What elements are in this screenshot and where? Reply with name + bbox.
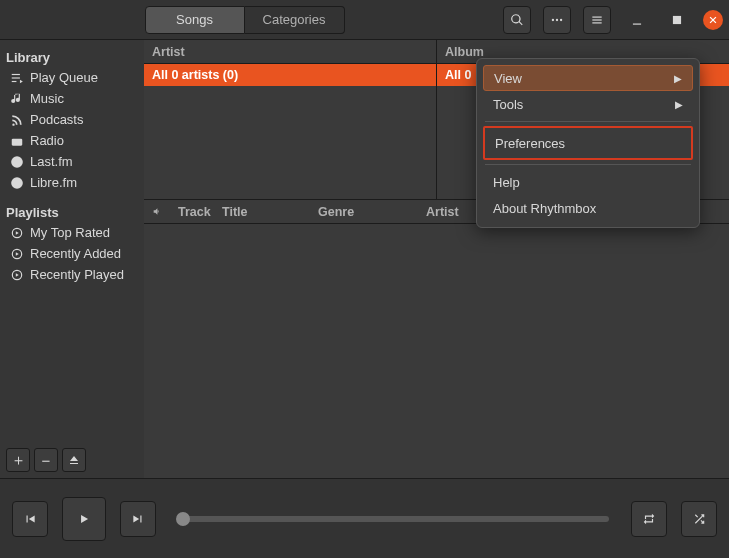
window-maximize[interactable] bbox=[663, 6, 691, 34]
menu-item-view[interactable]: View ▶ bbox=[483, 65, 693, 91]
repeat-icon bbox=[642, 512, 656, 526]
svg-rect-9 bbox=[12, 77, 20, 78]
svg-rect-4 bbox=[592, 19, 601, 20]
menu-label: Tools bbox=[493, 97, 523, 112]
sidebar-item-music[interactable]: Music bbox=[0, 88, 144, 109]
window-close[interactable] bbox=[703, 10, 723, 30]
remove-playlist-button[interactable]: − bbox=[34, 448, 58, 472]
hamburger-icon bbox=[590, 13, 604, 27]
sidebar-item-label: Recently Added bbox=[30, 246, 121, 261]
minimize-icon bbox=[630, 13, 644, 27]
menu-item-help[interactable]: Help bbox=[483, 169, 693, 195]
svg-rect-7 bbox=[674, 16, 681, 23]
svg-point-15 bbox=[11, 177, 23, 189]
more-button[interactable] bbox=[543, 6, 571, 34]
svg-point-14 bbox=[11, 156, 23, 168]
svg-rect-3 bbox=[592, 16, 601, 17]
repeat-button[interactable] bbox=[631, 501, 667, 537]
player-bar bbox=[0, 478, 729, 558]
svg-rect-5 bbox=[592, 22, 601, 23]
svg-rect-13 bbox=[14, 141, 18, 142]
svg-point-12 bbox=[19, 141, 21, 143]
sidebar-item-lastfm[interactable]: Last.fm bbox=[0, 151, 144, 172]
svg-rect-10 bbox=[12, 80, 17, 81]
queue-icon bbox=[10, 71, 24, 85]
skip-forward-icon bbox=[131, 512, 145, 526]
menu-item-about[interactable]: About Rhythmbox bbox=[483, 195, 693, 221]
play-icon bbox=[77, 512, 91, 526]
progress-knob[interactable] bbox=[176, 512, 190, 526]
lastfm-icon bbox=[10, 155, 24, 169]
radio-icon bbox=[10, 134, 24, 148]
menu-label: Preferences bbox=[495, 136, 565, 151]
sidebar-item-label: Music bbox=[30, 91, 64, 106]
progress-slider[interactable] bbox=[178, 516, 609, 522]
tab-songs[interactable]: Songs bbox=[145, 6, 245, 34]
app-menu: View ▶ Tools ▶ Preferences Help About Rh… bbox=[476, 58, 700, 228]
playlist-icon bbox=[10, 247, 24, 261]
menu-label: View bbox=[494, 71, 522, 86]
column-header-playing[interactable] bbox=[144, 205, 170, 218]
previous-button[interactable] bbox=[12, 501, 48, 537]
next-button[interactable] bbox=[120, 501, 156, 537]
svg-point-1 bbox=[556, 18, 558, 20]
sidebar-item-label: Play Queue bbox=[30, 70, 98, 85]
chevron-right-icon: ▶ bbox=[674, 73, 682, 84]
close-icon bbox=[708, 15, 718, 25]
sidebar-playlist-recently-played[interactable]: Recently Played bbox=[0, 264, 144, 285]
sidebar-item-librefm[interactable]: Libre.fm bbox=[0, 172, 144, 193]
menu-item-preferences[interactable]: Preferences bbox=[483, 126, 693, 160]
sidebar-heading-library: Library bbox=[0, 46, 144, 67]
sidebar-item-radio[interactable]: Radio bbox=[0, 130, 144, 151]
speaker-icon bbox=[152, 205, 162, 218]
maximize-icon bbox=[670, 13, 684, 27]
artist-column: Artist All 0 artists (0) bbox=[144, 40, 437, 199]
sidebar-item-label: My Top Rated bbox=[30, 225, 110, 240]
eject-button[interactable] bbox=[62, 448, 86, 472]
add-playlist-button[interactable]: ＋ bbox=[6, 448, 30, 472]
app-menu-button[interactable] bbox=[583, 6, 611, 34]
svg-rect-6 bbox=[633, 23, 641, 24]
eject-icon bbox=[68, 454, 80, 466]
sidebar-playlist-top-rated[interactable]: My Top Rated bbox=[0, 222, 144, 243]
menu-item-tools[interactable]: Tools ▶ bbox=[483, 91, 693, 117]
column-header-artist[interactable]: Artist bbox=[144, 40, 436, 64]
playlist-icon bbox=[10, 268, 24, 282]
track-list: Track Title Genre Artist Album Time bbox=[144, 200, 729, 478]
librefm-icon bbox=[10, 176, 24, 190]
column-header-genre[interactable]: Genre bbox=[310, 205, 418, 219]
ellipsis-icon bbox=[550, 13, 564, 27]
menu-label: About Rhythmbox bbox=[493, 201, 596, 216]
sidebar: Library Play Queue Music Podcasts Radio … bbox=[0, 40, 144, 478]
view-tabs: Songs Categories bbox=[145, 6, 345, 34]
sidebar-item-podcasts[interactable]: Podcasts bbox=[0, 109, 144, 130]
chevron-right-icon: ▶ bbox=[675, 99, 683, 110]
column-header-title[interactable]: Title bbox=[214, 205, 310, 219]
shuffle-button[interactable] bbox=[681, 501, 717, 537]
column-header-track[interactable]: Track bbox=[170, 205, 214, 219]
svg-point-2 bbox=[560, 18, 562, 20]
sidebar-item-label: Recently Played bbox=[30, 267, 124, 282]
sidebar-heading-playlists: Playlists bbox=[0, 201, 144, 222]
sidebar-item-label: Podcasts bbox=[30, 112, 83, 127]
sidebar-item-label: Radio bbox=[30, 133, 64, 148]
sidebar-playlist-recently-added[interactable]: Recently Added bbox=[0, 243, 144, 264]
shuffle-icon bbox=[692, 512, 706, 526]
tab-categories[interactable]: Categories bbox=[245, 6, 345, 34]
menu-separator bbox=[485, 164, 691, 165]
play-button[interactable] bbox=[62, 497, 106, 541]
svg-point-0 bbox=[552, 18, 554, 20]
sidebar-item-label: Last.fm bbox=[30, 154, 73, 169]
artist-all-row[interactable]: All 0 artists (0) bbox=[144, 64, 436, 86]
svg-rect-8 bbox=[12, 73, 20, 74]
window-minimize[interactable] bbox=[623, 6, 651, 34]
menu-separator bbox=[485, 121, 691, 122]
menu-label: Help bbox=[493, 175, 520, 190]
sidebar-item-label: Libre.fm bbox=[30, 175, 77, 190]
playlist-icon bbox=[10, 226, 24, 240]
search-icon bbox=[510, 13, 524, 27]
titlebar: Songs Categories bbox=[0, 0, 729, 40]
skip-back-icon bbox=[23, 512, 37, 526]
search-button[interactable] bbox=[503, 6, 531, 34]
sidebar-item-play-queue[interactable]: Play Queue bbox=[0, 67, 144, 88]
